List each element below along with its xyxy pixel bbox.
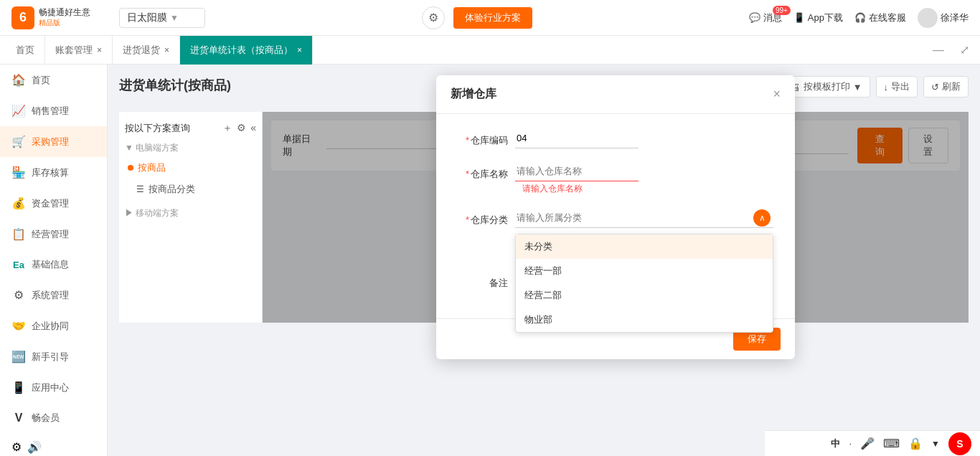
sidebar-vip-label: 畅会员 [32, 412, 60, 424]
refresh-label: 刷新 [942, 80, 961, 93]
online-service-button[interactable]: 🎧 在线客服 [854, 11, 906, 24]
pc-scheme-arrow: ▼ [125, 143, 133, 153]
warehouse-name-input[interactable] [515, 161, 639, 181]
collapse-icon[interactable]: « [250, 122, 256, 135]
online-service-label: 在线客服 [869, 11, 906, 24]
filter-panel: 按以下方案查询 ＋ ⚙ « ▼ 电脑端方案 按商品 ☰ [119, 112, 263, 323]
scheme-by-goods[interactable]: 按商品 [119, 157, 262, 179]
warehouse-code-row: 仓库编码 [458, 128, 773, 148]
tab-account-close[interactable]: × [97, 45, 102, 55]
sidebar-sales-label: 销售管理 [32, 105, 69, 118]
sidebar-item-inventory[interactable]: 🏪 库存核算 [0, 157, 107, 188]
warehouse-category-input[interactable] [515, 208, 773, 228]
sidebar-item-system[interactable]: ⚙ 系统管理 [0, 280, 107, 310]
user-profile-button[interactable]: 徐泽华 [918, 8, 969, 28]
export-button[interactable]: ↓ 导出 [876, 76, 918, 98]
brand-s-icon: S [956, 438, 963, 450]
sidebar-settings-icon[interactable]: ⚙ [11, 440, 22, 454]
modal-overlay: 新增仓库 × 仓库编码 [263, 112, 969, 323]
brand-logo-bottom: S [948, 432, 971, 455]
ime-indicator[interactable]: 中 [831, 437, 840, 450]
tab-home-label: 首页 [16, 44, 34, 57]
add-scheme-button[interactable]: ＋ [222, 122, 232, 135]
dropdown-small-icon[interactable]: ▼ [931, 439, 940, 449]
scheme-settings-icon[interactable]: ⚙ [237, 122, 246, 135]
sidebar-purchase-label: 采购管理 [32, 136, 69, 148]
category-dropdown-list: 未分类 经营一部 经营二部 物业部 [515, 234, 773, 333]
sidebar-item-basic-info[interactable]: Ea 基础信息 [0, 250, 107, 280]
sidebar-item-sales[interactable]: 📈 销售管理 [0, 95, 107, 126]
sidebar-speaker-icon[interactable]: 🔊 [27, 440, 42, 454]
modal-close-button[interactable]: × [773, 87, 781, 102]
sidebar-item-finance[interactable]: 💰 资金管理 [0, 188, 107, 219]
warehouse-name-error: 请输入仓库名称 [522, 183, 583, 195]
sidebar-item-collaboration[interactable]: 🤝 企业协同 [0, 310, 107, 341]
logo-title: 畅捷通好生意 [39, 7, 90, 19]
lock-icon[interactable]: 🔒 [908, 437, 923, 450]
settings-button[interactable]: ⚙ [422, 6, 445, 29]
trial-button[interactable]: 体验行业方案 [453, 7, 532, 29]
tab-purchase-stats-close[interactable]: × [297, 45, 302, 55]
tab-bar-controls: — ⤢ [928, 40, 974, 60]
sidebar-item-vip[interactable]: V 畅会员 [0, 403, 107, 433]
sidebar-item-purchase[interactable]: 🛒 采购管理 [0, 126, 107, 157]
guide-icon: 🆕 [11, 350, 26, 364]
dropdown-toggle-button[interactable]: ∧ [753, 209, 771, 227]
store-selector-arrow: ▼ [170, 13, 179, 23]
sidebar-operations-label: 经营管理 [32, 228, 69, 241]
sidebar-item-operations[interactable]: 📋 经营管理 [0, 219, 107, 250]
message-button[interactable]: 💬 消息 99+ [749, 11, 782, 24]
sidebar-basic-info-label: 基础信息 [32, 258, 69, 271]
warehouse-name-row: 仓库名称 请输入仓库名称 [458, 161, 773, 195]
category-option-dept2[interactable]: 经营二部 [516, 283, 773, 308]
warehouse-category-label: 仓库分类 [458, 208, 515, 227]
warehouse-note-label: 备注 [458, 271, 515, 290]
refresh-icon: ↺ [931, 82, 939, 92]
tab-home[interactable]: 首页 [6, 36, 45, 65]
pc-scheme-label: 电脑端方案 [136, 143, 179, 153]
store-selector[interactable]: 日太阳膜 ▼ [119, 8, 205, 28]
category-option-dept3[interactable]: 物业部 [516, 308, 773, 332]
scheme-by-goods-category[interactable]: ☰ 按商品分类 [119, 179, 262, 200]
modal-header: 新增仓库 × [436, 75, 795, 114]
tab-purchase-return[interactable]: 进货退货 × [113, 36, 180, 65]
print-button[interactable]: 🖨 按模板打印 ▼ [783, 76, 870, 98]
collaboration-icon: 🤝 [11, 319, 26, 333]
mic-icon[interactable]: 🎤 [860, 437, 875, 450]
app-download-button[interactable]: 📱 App下载 [793, 11, 843, 24]
sidebar-item-app-center[interactable]: 📱 应用中心 [0, 372, 107, 403]
tab-purchase-return-close[interactable]: × [164, 45, 169, 55]
message-badge: 99+ [773, 6, 791, 15]
scheme-by-goods-category-label: 按商品分类 [149, 183, 195, 196]
username-label: 徐泽华 [941, 11, 969, 24]
page-toolbar: 🖨 按模板打印 ▼ ↓ 导出 ↺ 刷新 [783, 76, 969, 98]
sidebar-item-guide[interactable]: 🆕 新手引导 [0, 341, 107, 372]
user-avatar [918, 8, 938, 28]
logo-text-area: 畅捷通好生意 精品版 [39, 7, 90, 29]
category-option-dept1[interactable]: 经营一部 [516, 259, 773, 283]
tab-purchase-stats[interactable]: 进货单统计表（按商品） × [180, 36, 313, 65]
pc-scheme-section: ▼ 电脑端方案 [119, 139, 262, 157]
sidebar-item-home[interactable]: 🏠 首页 [0, 65, 107, 95]
message-icon: 💬 [749, 12, 760, 23]
tab-expand-button[interactable]: ⤢ [954, 40, 974, 60]
content-with-sidebar: 按以下方案查询 ＋ ⚙ « ▼ 电脑端方案 按商品 ☰ [119, 112, 969, 323]
logo-area: 6 畅捷通好生意 精品版 [11, 6, 119, 29]
active-indicator [128, 165, 133, 171]
sidebar-app-center-label: 应用中心 [32, 381, 69, 394]
export-icon: ↓ [884, 82, 889, 92]
sidebar-nav: 🏠 首页 📈 销售管理 🛒 采购管理 🏪 库存核算 💰 资金管理 📋 经营管理 … [0, 65, 108, 456]
tab-account[interactable]: 账套管理 × [45, 36, 113, 65]
page-title: 进货单统计(按商品) [119, 77, 231, 94]
keyboard-icon[interactable]: ⌨ [883, 437, 900, 450]
warehouse-name-label: 仓库名称 [458, 162, 515, 181]
warehouse-category-wrapper: ∧ 未分类 经营一部 经营二部 物业部 [515, 208, 773, 228]
tab-minimize-button[interactable]: — [928, 40, 948, 60]
category-option-unclassified[interactable]: 未分类 [516, 234, 773, 259]
modal-title: 新增仓库 [451, 87, 496, 102]
refresh-button[interactable]: ↺ 刷新 [923, 76, 969, 98]
tab-bar: 首页 账套管理 × 进货退货 × 进货单统计表（按商品） × — ⤢ [0, 36, 980, 65]
scheme-by-goods-label: 按商品 [138, 161, 166, 174]
warehouse-code-input[interactable] [515, 128, 639, 148]
basic-info-icon: Ea [11, 260, 26, 270]
